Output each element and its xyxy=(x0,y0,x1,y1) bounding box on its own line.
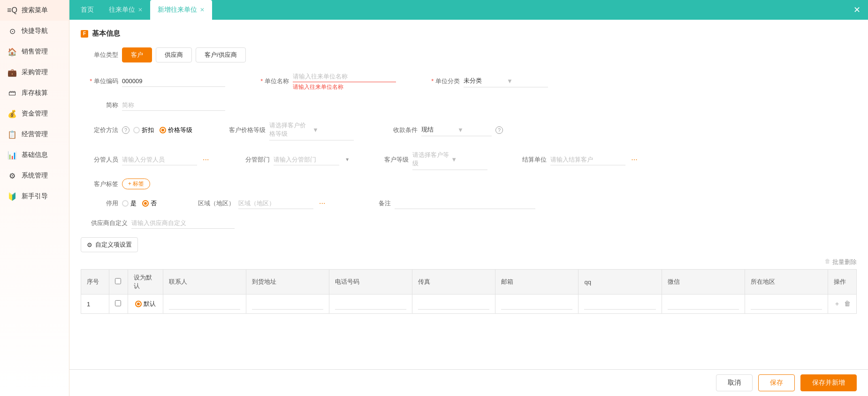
customer-price-select[interactable]: 请选择客户价格等级 ▼ xyxy=(269,119,354,140)
inventory-icon: 🗃 xyxy=(8,88,17,98)
col-contact: 联系人 xyxy=(163,270,246,295)
disabled-no-radio[interactable]: 否 xyxy=(142,199,157,208)
cell-region[interactable] xyxy=(745,295,828,314)
wechat-input[interactable] xyxy=(668,298,739,310)
sidebar-item-finance[interactable]: 💰 资金管理 xyxy=(0,103,69,124)
col-wechat: 微信 xyxy=(662,270,745,295)
cell-check[interactable] xyxy=(109,295,128,314)
tab-contacts-close[interactable]: ✕ xyxy=(138,7,143,13)
unit-type-both[interactable]: 客户/供应商 xyxy=(196,47,246,62)
customer-level-placeholder: 请选择客户等级 xyxy=(412,151,449,168)
code-name-category-row: 单位编码 单位名称 请输入往来单位名称 单位分类 未分类 ▼ xyxy=(81,71,857,91)
address-input[interactable] xyxy=(252,298,323,310)
sidebar-item-label: 新手引导 xyxy=(22,192,48,201)
dept-label: 分管部门 xyxy=(232,155,270,164)
batch-delete-label[interactable]: 批量删除 xyxy=(832,258,857,266)
customer-level-select[interactable]: 请选择客户等级 ▼ xyxy=(412,149,487,170)
tab-new-contact-close[interactable]: ✕ xyxy=(200,7,205,13)
purchase-icon: 💼 xyxy=(8,68,17,77)
payment-help-icon[interactable]: ? xyxy=(495,126,503,134)
col-check[interactable] xyxy=(109,270,128,295)
tab-home[interactable]: 首页 xyxy=(73,0,101,20)
save-new-button[interactable]: 保存并新增 xyxy=(800,374,857,391)
unit-category-select[interactable]: 未分类 ▼ xyxy=(464,75,548,87)
sidebar-item-system[interactable]: ⚙ 系统管理 xyxy=(0,165,69,186)
unit-type-supplier[interactable]: 供应商 xyxy=(156,47,192,62)
disabled-yes-radio[interactable]: 是 xyxy=(122,199,137,208)
remarks-label: 备注 xyxy=(363,199,391,208)
sidebar-item-operations[interactable]: 📋 经营管理 xyxy=(0,124,69,145)
fax-input[interactable] xyxy=(418,298,489,310)
unit-name-cell: 请输入往来单位名称 xyxy=(293,71,396,91)
pricing-level-radio[interactable]: 价格等级 xyxy=(160,126,192,134)
tab-contacts[interactable]: 往来单位 ✕ xyxy=(101,0,150,20)
payment-terms-select[interactable]: 现结 ▼ xyxy=(421,124,492,136)
cell-phone[interactable] xyxy=(329,295,412,314)
pricing-row: 定价方法 ? 折扣 价格等级 客户价格等级 xyxy=(81,119,857,140)
region-label: 区域（地区） xyxy=(192,199,235,208)
save-button[interactable]: 保存 xyxy=(758,374,795,391)
window-close-button[interactable]: ✕ xyxy=(850,5,864,15)
custom-settings-button[interactable]: ⚙ 自定义项设置 xyxy=(81,237,138,252)
region-field-input[interactable] xyxy=(751,298,822,310)
tab-contacts-label: 往来单位 xyxy=(109,6,135,14)
manager-input[interactable] xyxy=(122,154,197,165)
payment-terms-value: 现结 xyxy=(421,125,456,134)
unit-name-input[interactable] xyxy=(293,71,396,82)
qq-input[interactable] xyxy=(584,298,655,310)
manager-more-icon[interactable]: ··· xyxy=(201,155,211,164)
region-input[interactable] xyxy=(238,198,313,209)
sidebar-item-purchase[interactable]: 💼 采购管理 xyxy=(0,62,69,83)
supplier-custom-input[interactable] xyxy=(131,217,235,229)
cell-qq[interactable] xyxy=(579,295,662,314)
tab-new-contact[interactable]: 新增往来单位 ✕ xyxy=(150,0,212,20)
remarks-input[interactable] xyxy=(395,198,535,209)
no-label: 否 xyxy=(151,199,157,208)
contact-input[interactable] xyxy=(169,298,240,310)
yes-radio-circle xyxy=(122,200,129,207)
unit-type-customer[interactable]: 客户 xyxy=(122,47,152,62)
settlement-input[interactable] xyxy=(550,154,625,165)
sidebar-item-guide[interactable]: 🔰 新手引导 xyxy=(0,186,69,207)
cell-seq: 1 xyxy=(81,295,109,314)
add-tag-button[interactable]: + 标签 xyxy=(122,179,150,189)
sidebar-item-quicknav[interactable]: ⊙ 快捷导航 xyxy=(0,21,69,41)
add-row-icon[interactable]: ＋ xyxy=(834,300,840,308)
unit-category-value: 未分类 xyxy=(464,77,505,85)
bottom-bar: 取消 保存 保存并新增 xyxy=(69,369,868,396)
supplier-custom-label: 供应商自定义 xyxy=(81,219,128,227)
sidebar-item-basic[interactable]: 📊 基础信息 xyxy=(0,145,69,165)
pricing-help-icon[interactable]: ? xyxy=(122,126,129,134)
pricing-discount-radio[interactable]: 折扣 xyxy=(133,126,154,134)
discount-radio-circle xyxy=(133,127,140,133)
cell-contact[interactable] xyxy=(163,295,246,314)
cell-address[interactable] xyxy=(246,295,329,314)
col-qq: qq xyxy=(579,270,662,295)
sidebar-item-sales[interactable]: 🏠 销售管理 xyxy=(0,41,69,62)
phone-input[interactable] xyxy=(335,298,406,310)
region-more-icon[interactable]: ··· xyxy=(317,199,327,208)
cell-email[interactable] xyxy=(495,295,579,314)
unit-code-input[interactable] xyxy=(122,76,225,87)
delete-row-icon[interactable]: 🗑 xyxy=(844,300,851,308)
select-all-checkbox[interactable] xyxy=(115,278,121,284)
sidebar-item-inventory[interactable]: 🗃 库存核算 xyxy=(0,83,69,103)
abbr-input[interactable] xyxy=(122,100,225,111)
cancel-button[interactable]: 取消 xyxy=(716,374,753,391)
dept-input[interactable] xyxy=(274,154,339,165)
row-checkbox[interactable] xyxy=(115,300,121,306)
finance-icon: 💰 xyxy=(8,109,17,118)
disabled-label: 停用 xyxy=(81,199,118,208)
settlement-more-icon[interactable]: ··· xyxy=(629,155,639,164)
cell-fax[interactable] xyxy=(412,295,495,314)
form-section: 单位类型 客户 供应商 客户/供应商 单位编码 单位名称 请输入往来单位名称 xyxy=(81,47,857,314)
email-input[interactable] xyxy=(501,298,572,310)
cell-wechat[interactable] xyxy=(662,295,745,314)
sidebar-item-label: 资金管理 xyxy=(22,109,48,118)
default-radio[interactable]: 默认 xyxy=(134,300,157,308)
col-email: 邮箱 xyxy=(495,270,579,295)
section-icon: F xyxy=(81,30,88,38)
basic-icon: 📊 xyxy=(8,150,17,160)
sidebar-item-search[interactable]: ≡Q 搜索菜单 xyxy=(0,0,69,21)
sidebar-item-label: 库存核算 xyxy=(22,89,48,97)
